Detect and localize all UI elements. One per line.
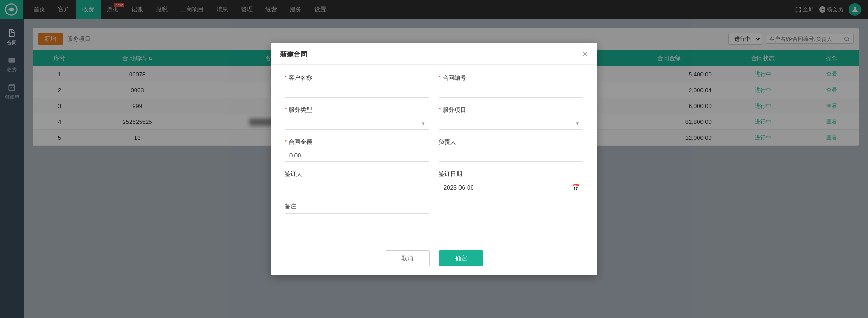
dialog-header: 新建合同 ✕ xyxy=(271,43,597,65)
service-type-select[interactable] xyxy=(285,117,429,130)
contract-amount-label: 合同金额 xyxy=(285,138,429,146)
contract-amount-group: 合同金额 xyxy=(285,138,429,162)
contract-code-group: 合同编号 xyxy=(439,74,583,98)
sign-date-input[interactable] xyxy=(439,181,568,194)
modal-overlay: 新建合同 ✕ 客户名称 合同编号 服务类型 xyxy=(0,0,868,318)
form-row-1: 客户名称 合同编号 xyxy=(285,74,583,98)
responsible-input[interactable] xyxy=(439,149,583,162)
dialog-footer: 取消 确定 xyxy=(271,243,597,275)
dialog-body: 客户名称 合同编号 服务类型 xyxy=(271,65,597,243)
customer-name-group: 客户名称 xyxy=(285,74,429,98)
form-row-4: 签订人 签订日期 📅 xyxy=(285,170,583,194)
signer-group: 签订人 xyxy=(285,170,429,194)
new-contract-dialog: 新建合同 ✕ 客户名称 合同编号 服务类型 xyxy=(271,43,597,275)
form-row-5: 备注 xyxy=(285,202,583,226)
sign-date-label: 签订日期 xyxy=(439,170,583,178)
responsible-group: 负责人 xyxy=(439,138,583,162)
service-type-group: 服务类型 xyxy=(285,106,429,130)
customer-name-label: 客户名称 xyxy=(285,74,429,82)
service-item-label: 服务项目 xyxy=(439,106,583,114)
calendar-icon[interactable]: 📅 xyxy=(568,184,583,191)
dialog-title: 新建合同 xyxy=(280,50,307,59)
dialog-close-button[interactable]: ✕ xyxy=(582,51,588,58)
signer-label: 签订人 xyxy=(285,170,429,178)
sign-date-group: 签订日期 📅 xyxy=(439,170,583,194)
remark-input[interactable] xyxy=(285,213,429,226)
signer-input[interactable] xyxy=(285,181,429,194)
service-item-select-wrap xyxy=(439,117,583,130)
form-row-3: 合同金额 负责人 xyxy=(285,138,583,162)
cancel-button[interactable]: 取消 xyxy=(385,250,430,266)
contract-amount-input[interactable] xyxy=(285,149,429,162)
contract-code-label: 合同编号 xyxy=(439,74,583,82)
service-type-select-wrap xyxy=(285,117,429,130)
service-item-group: 服务项目 xyxy=(439,106,583,130)
customer-name-input[interactable] xyxy=(285,85,429,98)
remark-label: 备注 xyxy=(285,202,429,210)
confirm-button[interactable]: 确定 xyxy=(439,250,483,266)
service-type-label: 服务类型 xyxy=(285,106,429,114)
remark-group: 备注 xyxy=(285,202,429,226)
service-item-select[interactable] xyxy=(439,117,583,130)
responsible-label: 负责人 xyxy=(439,138,583,146)
form-row-2: 服务类型 服务项目 xyxy=(285,106,583,130)
sign-date-picker: 📅 xyxy=(439,181,583,194)
contract-code-input[interactable] xyxy=(439,85,583,98)
